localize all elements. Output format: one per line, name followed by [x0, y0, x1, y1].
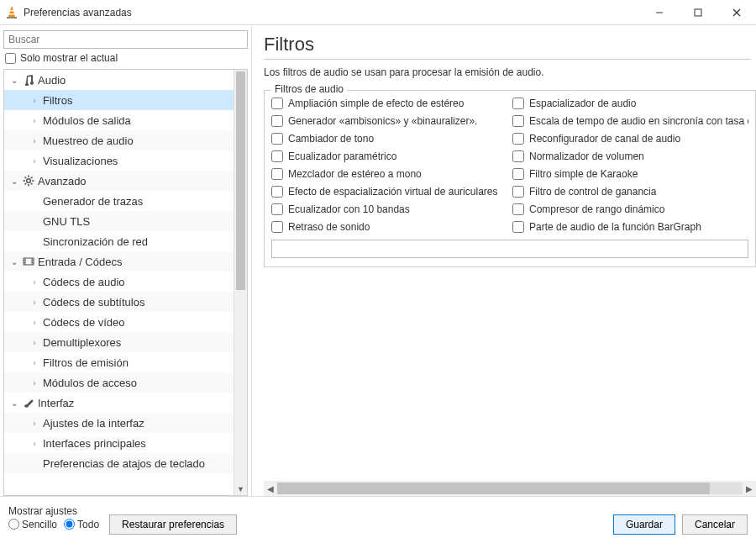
filter-checkbox[interactable]: Ecualizador con 10 bandas — [271, 203, 507, 215]
scroll-down-icon[interactable]: ▼ — [234, 483, 247, 495]
tree-category[interactable]: ⌄Entrada / Códecs — [4, 251, 234, 272]
scroll-right-icon[interactable]: ▶ — [743, 484, 756, 493]
filter-checkbox[interactable]: Normalizador de volumen — [512, 150, 748, 162]
filter-checkbox[interactable]: Filtro de control de ganancia — [512, 186, 748, 198]
maximize-button[interactable] — [679, 0, 717, 25]
show-current-checkbox-input[interactable] — [5, 53, 16, 64]
tree-item[interactable]: ›Muestreo de audio — [4, 130, 234, 150]
filter-checkbox[interactable]: Retraso de sonido — [271, 221, 507, 233]
window-title: Preferencias avanzadas — [24, 7, 640, 18]
filter-checkbox[interactable]: Filtro simple de Karaoke — [512, 168, 748, 180]
save-button[interactable]: Guardar — [613, 514, 675, 535]
tree-category[interactable]: ⌄Audio — [4, 70, 234, 90]
tree-item[interactable]: ›Filtros — [4, 90, 234, 110]
chevron-right-icon[interactable]: › — [28, 96, 41, 105]
checkbox-input[interactable] — [271, 186, 283, 198]
tree-category[interactable]: ⌄Avanzado — [4, 171, 234, 191]
svg-line-16 — [25, 183, 27, 185]
filter-label: Escala de tempo de audio en sincronía co… — [529, 115, 748, 127]
tree-item[interactable]: Preferencias de atajos de teclado — [4, 453, 234, 473]
collapse-icon[interactable]: ⌄ — [8, 177, 21, 186]
restore-preferences-button[interactable]: Restaurar preferencias — [109, 514, 237, 535]
preferences-tree: ⌄Audio›Filtros›Módulos de salida›Muestre… — [3, 69, 248, 496]
chevron-right-icon[interactable]: › — [28, 298, 41, 307]
collapse-icon[interactable]: ⌄ — [8, 76, 21, 85]
chevron-right-icon[interactable]: › — [28, 378, 41, 388]
hscroll-thumb[interactable] — [277, 483, 710, 494]
tree-item[interactable]: ›Códecs de audio — [4, 272, 234, 292]
checkbox-input[interactable] — [271, 115, 283, 127]
filter-checkbox[interactable]: Espacializador de audio — [512, 98, 748, 109]
tree-item[interactable]: ›Demultiplexores — [4, 332, 234, 352]
filter-checkbox[interactable]: Reconfigurador de canal de audio — [512, 133, 748, 145]
chevron-right-icon[interactable]: › — [28, 439, 41, 448]
checkbox-input[interactable] — [512, 115, 524, 127]
tree-item[interactable]: ›Módulos de salida — [4, 110, 234, 130]
filter-checkbox[interactable]: Parte de audio de la función BarGraph — [512, 221, 748, 233]
chevron-right-icon[interactable]: › — [28, 419, 41, 428]
chevron-right-icon[interactable]: › — [28, 277, 41, 287]
tree-item[interactable]: ›Códecs de vídeo — [4, 312, 234, 332]
chevron-right-icon[interactable]: › — [28, 318, 41, 327]
checkbox-input[interactable] — [512, 186, 524, 198]
checkbox-input[interactable] — [271, 98, 283, 109]
tree-item[interactable]: Sincronización de red — [4, 231, 234, 251]
tree-item[interactable]: Generador de trazas — [4, 191, 234, 211]
checkbox-input[interactable] — [512, 133, 524, 145]
filter-label: Filtro simple de Karaoke — [529, 168, 638, 180]
filter-checkbox[interactable]: Compresor de rango dinámico — [512, 203, 748, 215]
collapse-icon[interactable]: ⌄ — [8, 257, 21, 266]
checkbox-input[interactable] — [271, 168, 283, 180]
filter-label: Reconfigurador de canal de audio — [529, 133, 680, 145]
tree-item[interactable]: GNU TLS — [4, 211, 234, 231]
scrollbar-thumb[interactable] — [236, 71, 245, 290]
close-button[interactable] — [717, 0, 756, 25]
checkbox-input[interactable] — [512, 221, 524, 233]
radio-all[interactable]: Todo — [64, 519, 99, 530]
tree-category[interactable]: ⌄Interfaz — [4, 393, 234, 413]
checkbox-input[interactable] — [512, 98, 524, 109]
checkbox-input[interactable] — [512, 168, 524, 180]
footer-bar: Mostrar ajustes Sencillo Todo Restaurar … — [0, 496, 756, 538]
tree-item[interactable]: ›Visualizaciones — [4, 150, 234, 171]
tree-item-label: Muestreo de audio — [41, 134, 134, 147]
filter-text-input[interactable] — [271, 240, 748, 258]
chevron-right-icon[interactable]: › — [28, 116, 41, 125]
music-icon — [21, 74, 36, 86]
tree-item[interactable]: ›Filtros de emisión — [4, 352, 234, 372]
tree-item[interactable]: ›Códecs de subtítulos — [4, 292, 234, 312]
checkbox-input[interactable] — [271, 203, 283, 215]
search-input[interactable] — [3, 30, 248, 49]
chevron-right-icon[interactable]: › — [28, 156, 41, 166]
scroll-left-icon[interactable]: ◀ — [264, 484, 277, 493]
minimize-button[interactable] — [640, 0, 679, 25]
checkbox-input[interactable] — [271, 150, 283, 162]
radio-simple[interactable]: Sencillo — [8, 519, 57, 530]
tree-item[interactable]: ›Módulos de acceso — [4, 372, 234, 393]
show-current-checkbox[interactable]: Solo mostrar el actual — [3, 49, 248, 69]
filter-checkbox[interactable]: Mezclador de estéreo a mono — [271, 168, 507, 180]
collapse-icon[interactable]: ⌄ — [8, 398, 21, 408]
tree-item[interactable]: ›Ajustes de la interfaz — [4, 413, 234, 433]
tree-item[interactable]: ›Interfaces principales — [4, 433, 234, 453]
checkbox-input[interactable] — [271, 133, 283, 145]
filter-checkbox[interactable]: Ecualizador paramétrico — [271, 150, 507, 162]
checkbox-input[interactable] — [512, 203, 524, 215]
chevron-right-icon[interactable]: › — [28, 136, 41, 145]
checkbox-input[interactable] — [512, 150, 524, 162]
tree-scrollbar[interactable]: ▲ ▼ — [234, 70, 247, 495]
filter-checkbox[interactable]: Efecto de espacialización virtual de aur… — [271, 186, 507, 198]
filter-checkbox[interactable]: Escala de tempo de audio en sincronía co… — [512, 115, 748, 127]
chevron-right-icon[interactable]: › — [28, 338, 41, 347]
tree-item-label: Visualizaciones — [41, 155, 118, 167]
horizontal-scrollbar[interactable]: ◀ ▶ — [264, 481, 756, 496]
filter-checkbox[interactable]: Ampliación simple de efecto de estéreo — [271, 98, 507, 109]
filter-checkbox[interactable]: Generador «ambisonics» y «binauralizer». — [271, 115, 507, 127]
chevron-right-icon[interactable]: › — [28, 358, 41, 367]
cancel-button[interactable]: Cancelar — [682, 514, 748, 535]
filter-label: Filtro de control de ganancia — [529, 186, 656, 198]
filter-checkbox[interactable]: Cambiador de tono — [271, 133, 507, 145]
tree-item-label: GNU TLS — [41, 215, 90, 228]
tree-item-label: Entrada / Códecs — [36, 256, 122, 268]
checkbox-input[interactable] — [271, 221, 283, 233]
